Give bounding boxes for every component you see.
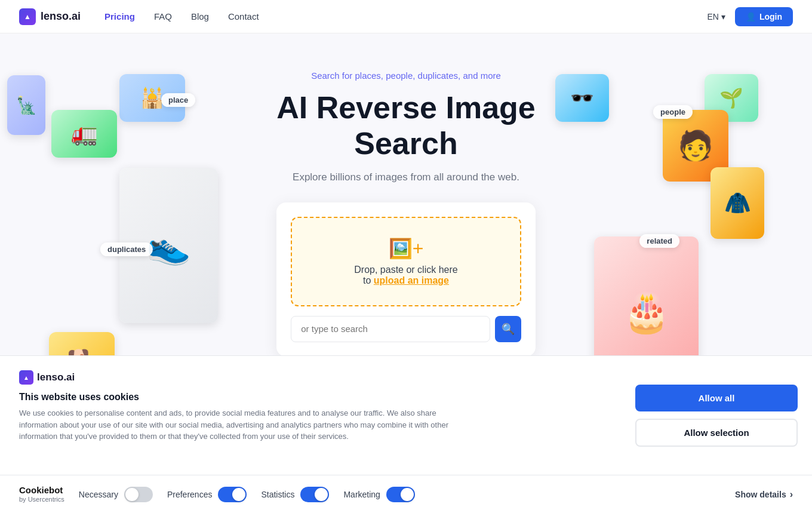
marketing-toggle-group: Marketing xyxy=(343,487,414,502)
drop-zone[interactable]: 🖼️+ Drop, paste or click here to upload … xyxy=(291,217,521,306)
hero-description: Explore billions of images from all arou… xyxy=(276,171,536,183)
login-icon: 👤 xyxy=(746,12,756,21)
upload-box: 🖼️+ Drop, paste or click here to upload … xyxy=(276,202,536,357)
cookie-brand: ▲ lenso.ai xyxy=(19,370,602,385)
marketing-toggle[interactable] xyxy=(386,487,415,502)
search-button[interactable]: 🔍 xyxy=(495,316,521,342)
badge-people: people xyxy=(653,105,693,119)
allow-selection-button[interactable]: Allow selection xyxy=(635,419,798,447)
chevron-right-icon: › xyxy=(790,489,793,500)
show-details-label: Show details xyxy=(735,490,786,499)
preferences-toggle[interactable] xyxy=(218,487,247,502)
navbar-right: EN ▾ 👤 Login xyxy=(707,7,793,26)
search-icon: 🔍 xyxy=(502,322,515,336)
upload-icon: 🖼️+ xyxy=(306,237,506,260)
logo-icon: ▲ xyxy=(19,8,36,25)
hero-title: AI Reverse Image Search xyxy=(276,90,536,162)
cookie-right: Allow all Allow selection xyxy=(621,356,812,475)
statistics-toggle[interactable] xyxy=(300,487,329,502)
hero-center: Search for places, people, duplicates, a… xyxy=(276,70,536,357)
upload-link[interactable]: upload an image xyxy=(374,275,449,285)
nav-contact[interactable]: Contact xyxy=(228,11,259,21)
preferences-toggle-group: Preferences xyxy=(167,487,247,502)
badge-duplicates: duplicates xyxy=(100,242,153,256)
cookie-title: This website uses cookies xyxy=(19,392,602,403)
nav-blog[interactable]: Blog xyxy=(191,11,209,21)
statistics-toggle-group: Statistics xyxy=(261,487,329,502)
cookie-left: ▲ lenso.ai This website uses cookies We … xyxy=(0,356,621,475)
lang-chevron-icon: ▾ xyxy=(721,12,725,21)
statistics-knob xyxy=(315,488,328,501)
badge-related: related xyxy=(639,234,679,248)
login-button[interactable]: 👤 Login xyxy=(735,7,793,26)
nav-faq[interactable]: FAQ xyxy=(154,11,172,21)
necessary-label: Necessary xyxy=(79,490,118,499)
search-row: 🔍 xyxy=(291,316,521,342)
statistics-label: Statistics xyxy=(261,490,294,499)
navbar: ▲ lenso.ai Pricing FAQ Blog Contact EN ▾… xyxy=(0,0,812,33)
badge-place: place xyxy=(161,93,195,107)
cookiebot-brand: Cookiebot by Usercentrics xyxy=(19,485,64,503)
cookiebot-sub: by Usercentrics xyxy=(19,496,64,503)
hero-subtitle: Search for places, people, duplicates, a… xyxy=(276,70,536,81)
cookiebot-label: Cookiebot xyxy=(19,485,64,496)
logo[interactable]: ▲ lenso.ai xyxy=(19,8,81,25)
show-details-button[interactable]: Show details › xyxy=(735,489,793,500)
float-image-hoodie: 🧥 xyxy=(710,167,764,239)
float-image-statue: 🗽 xyxy=(7,75,45,135)
cookie-banner: ▲ lenso.ai This website uses cookies We … xyxy=(0,355,812,475)
marketing-label: Marketing xyxy=(343,490,380,499)
cookie-footer: Cookiebot by Usercentrics Necessary Pref… xyxy=(0,475,812,513)
search-input[interactable] xyxy=(291,316,490,342)
float-image-glasses: 🕶️ xyxy=(555,74,609,122)
float-image-truck: 🚛 xyxy=(51,110,117,158)
cookie-body: We use cookies to personalise content an… xyxy=(19,407,449,443)
nav-pricing[interactable]: Pricing xyxy=(104,11,135,21)
logo-text: lenso.ai xyxy=(41,10,81,23)
necessary-knob xyxy=(125,488,139,501)
lang-label: EN xyxy=(707,12,718,21)
language-selector[interactable]: EN ▾ xyxy=(707,12,725,21)
hero-section: 🗽 🕌 place 🚛 👟 duplicates 🐕 similar 🕶️ 🌱 … xyxy=(0,33,812,394)
nav-links: Pricing FAQ Blog Contact xyxy=(104,11,259,21)
necessary-toggle-group: Necessary xyxy=(79,487,153,502)
preferences-label: Preferences xyxy=(167,490,212,499)
marketing-knob xyxy=(401,488,414,501)
cookie-brand-logo: ▲ lenso.ai xyxy=(19,370,75,385)
drop-text: Drop, paste or click here to upload an i… xyxy=(306,265,506,286)
allow-all-button[interactable]: Allow all xyxy=(635,385,798,411)
necessary-toggle[interactable] xyxy=(124,487,153,502)
cookie-logo-icon: ▲ xyxy=(19,370,33,385)
preferences-knob xyxy=(232,488,245,501)
